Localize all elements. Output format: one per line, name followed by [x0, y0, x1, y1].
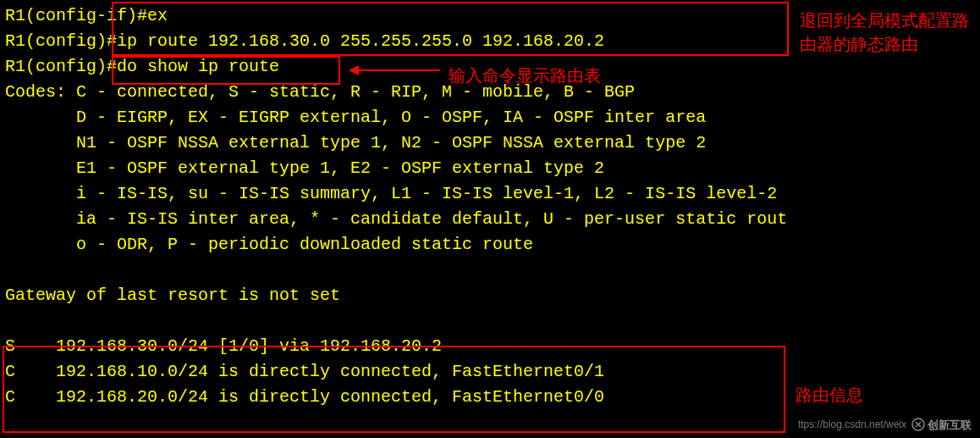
watermark: ttps://blog.csdn.net/weix 创新互联 [798, 417, 972, 434]
watermark-url: ttps://blog.csdn.net/weix [798, 417, 906, 432]
watermark-logo: 创新互联 [911, 417, 972, 434]
annotation-show-route: 输入命令显示路由表 [449, 64, 601, 87]
arrow-icon [355, 69, 440, 71]
terminal-line: ia - IS-IS inter area, * - candidate def… [5, 207, 975, 232]
terminal-line: Gateway of last resort is not set [5, 283, 975, 308]
terminal-line: o - ODR, P - periodic downloaded static … [5, 232, 975, 258]
terminal-line: E1 - OSPF external type 1, E2 - OSPF ext… [5, 156, 975, 181]
watermark-logo-text: 创新互联 [928, 417, 972, 434]
annotation-static-route: 退回到全局模式配置路由器的静态路由 [800, 8, 977, 56]
annotation-route-info: 路由信息 [796, 383, 863, 407]
terminal-line: N1 - OSPF NSSA external type 1, N2 - OSP… [5, 130, 975, 156]
terminal-line: C 192.168.10.0/24 is directly connected,… [5, 359, 975, 385]
logo-icon [911, 418, 925, 431]
terminal-line: S 192.168.30.0/24 [1/0] via 192.168.20.2 [5, 334, 975, 359]
terminal-line-blank [5, 308, 975, 334]
terminal-line: i - IS-IS, su - IS-IS summary, L1 - IS-I… [5, 181, 975, 207]
terminal-line-blank [5, 258, 975, 283]
terminal-line: D - EIGRP, EX - EIGRP external, O - OSPF… [5, 105, 975, 130]
